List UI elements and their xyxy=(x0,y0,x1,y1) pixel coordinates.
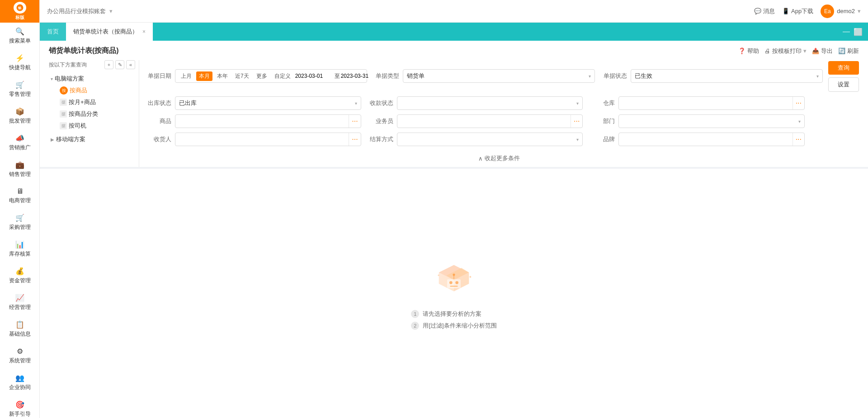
refresh-label: 刷新 xyxy=(847,47,859,55)
sidebar-item-5[interactable]: 💼销售管理 xyxy=(7,156,33,183)
filter-salesperson: 业务员 ··· xyxy=(368,114,583,128)
date-more-btn[interactable]: 更多 xyxy=(254,71,270,81)
tab-close-btn[interactable]: × xyxy=(142,28,146,35)
date-start-input[interactable] xyxy=(295,73,334,79)
tree-node-1[interactable]: 据按月+商品 xyxy=(58,96,135,108)
page-title: 销货单统计表(按商品) xyxy=(49,46,119,56)
sidebar-item-4[interactable]: 📣营销推广 xyxy=(7,129,33,156)
message-btn[interactable]: 💬 消息 xyxy=(754,7,775,15)
product-input[interactable] xyxy=(175,118,347,125)
main-area: 办公用品行业模拟账套 ▾ 💬 消息 📱 App下载 Ea demo2 ▾ 首页 … xyxy=(40,0,868,418)
doc-type-select[interactable]: 销货单 ▾ xyxy=(403,69,595,83)
product-dots-btn[interactable]: ··· xyxy=(349,115,360,128)
sidebar-icon-13: 👥 xyxy=(15,374,24,382)
date-last7-btn[interactable]: 近7天 xyxy=(232,71,252,81)
sidebar-item-12[interactable]: ⚙系统管理 xyxy=(7,342,33,369)
sidebar-item-0[interactable]: 🔍搜索菜单 xyxy=(7,23,33,49)
scheme-add-btn[interactable]: + xyxy=(104,60,113,69)
print-dropdown-icon: ▾ xyxy=(803,48,807,54)
receiver-dots-btn[interactable]: ··· xyxy=(349,133,360,146)
export-btn[interactable]: 📤 导出 xyxy=(812,47,833,55)
sidebar-item-1[interactable]: ⚡快捷导航 xyxy=(7,49,33,76)
scheme-edit-btn[interactable]: ✎ xyxy=(115,60,124,69)
receiver-input[interactable] xyxy=(175,136,347,143)
warehouse-input[interactable] xyxy=(619,100,790,107)
department-select[interactable]: ▾ xyxy=(618,114,805,128)
out-status-select[interactable]: 已出库 ▾ xyxy=(175,96,361,110)
date-last-month-btn[interactable]: 上月 xyxy=(178,71,194,81)
doc-type-value: 销货单 xyxy=(407,72,587,80)
sidebar-item-9[interactable]: 💰资金管理 xyxy=(7,262,33,289)
filter-receiver: 收货人 ··· xyxy=(146,133,361,146)
sidebar-item-11[interactable]: 📋基础信息 xyxy=(7,316,33,342)
filter-brand: 品牌 ··· xyxy=(590,133,805,146)
refresh-btn[interactable]: 🔄 刷新 xyxy=(838,47,859,55)
workspace-dropdown-icon[interactable]: ▾ xyxy=(109,8,113,14)
user-area[interactable]: Ea demo2 ▾ xyxy=(821,5,861,18)
sidebar-item-8[interactable]: 📊库存核算 xyxy=(7,236,33,262)
warehouse-dots-btn[interactable]: ··· xyxy=(793,97,804,109)
sidebar-item-6[interactable]: 🖥电商管理 xyxy=(7,183,33,209)
sidebar-label-7: 采购管理 xyxy=(9,223,31,231)
sidebar-item-10[interactable]: 📈经营管理 xyxy=(7,289,33,316)
date-end-input[interactable] xyxy=(341,73,379,79)
svg-text:✦: ✦ xyxy=(437,273,440,276)
brand-label: 品牌 xyxy=(590,135,615,143)
print-btn[interactable]: 🖨 按模板打印 ▾ xyxy=(764,47,807,55)
payment-method-select[interactable]: ▾ xyxy=(397,133,583,146)
filter-actions: ❓ 帮助 🖨 按模板打印 ▾ 📤 导出 🔄 刷新 xyxy=(738,47,859,55)
help-btn[interactable]: ❓ 帮助 xyxy=(738,47,759,55)
tree-node-0[interactable]: 按按商品 xyxy=(58,85,135,96)
doc-status-select[interactable]: 已生效 ▾ xyxy=(631,69,823,83)
date-custom-btn[interactable]: 自定义 xyxy=(272,71,293,81)
logo-icon: 畅 xyxy=(14,2,26,14)
brand-dots-btn[interactable]: ··· xyxy=(793,133,804,146)
maximize-icon[interactable]: ⬜ xyxy=(854,28,863,36)
settings-btn[interactable]: 设置 xyxy=(828,77,859,92)
query-btn[interactable]: 查询 xyxy=(828,61,859,75)
tab-home-label: 首页 xyxy=(47,28,59,36)
scheme-collapse-btn[interactable]: « xyxy=(126,60,135,69)
salesperson-dots-btn[interactable]: ··· xyxy=(571,115,582,128)
out-status-arrow: ▾ xyxy=(355,101,357,106)
sidebar-icon-12: ⚙ xyxy=(17,347,23,356)
filter-department: 部门 ▾ xyxy=(590,114,805,128)
tab-active[interactable]: 销货单统计表（按商品） × xyxy=(66,23,153,41)
app-download-btn[interactable]: 📱 App下载 xyxy=(782,7,813,15)
sidebar-item-13[interactable]: 👥企业协同 xyxy=(7,369,33,396)
collapse-bar[interactable]: ∧ 收起更多条件 xyxy=(139,151,859,167)
workspace-label: 办公用品行业模拟账套 xyxy=(47,7,106,15)
sidebar-item-7[interactable]: 🛒采购管理 xyxy=(7,209,33,236)
tree-node-icon-3: 据 xyxy=(60,122,67,129)
sidebar-item-3[interactable]: 📦批发管理 xyxy=(7,103,33,129)
tree-node-icon-1: 据 xyxy=(60,99,67,106)
top-bar: 办公用品行业模拟账套 ▾ 💬 消息 📱 App下载 Ea demo2 ▾ xyxy=(40,0,868,23)
brand-input[interactable] xyxy=(619,136,790,143)
sidebar-icon-6: 🖥 xyxy=(16,187,24,195)
tree-node-2[interactable]: 据按商品分类 xyxy=(58,108,135,120)
tree-mobile-group[interactable]: ▶ 移动端方案 xyxy=(49,133,135,145)
export-label: 导出 xyxy=(821,47,833,55)
minimize-icon[interactable]: — xyxy=(843,28,850,36)
receipt-status-select[interactable]: ▾ xyxy=(397,96,583,110)
salesperson-input[interactable] xyxy=(397,118,569,125)
date-current-month-btn[interactable]: 本月 xyxy=(196,71,212,81)
tab-bar-actions: — ⬜ xyxy=(843,28,868,36)
sidebar-item-2[interactable]: 🛒零售管理 xyxy=(7,76,33,103)
svg-rect-9 xyxy=(450,285,458,287)
filter-row-4: 收货人 ··· 结算方式 ▾ xyxy=(146,133,859,146)
sidebar-icon-1: ⚡ xyxy=(15,54,24,62)
sidebar-item-14[interactable]: 🎯新手引导 xyxy=(7,396,33,418)
receiver-input-wrap: ··· xyxy=(175,133,361,146)
tab-home[interactable]: 首页 xyxy=(40,23,66,41)
sidebar-label-9: 资金管理 xyxy=(9,277,31,285)
filter-date: 单据日期 上月 本月 本年 近7天 更多 自定义 xyxy=(146,69,367,83)
empty-tip-1: 1 请先选择要分析的方案 xyxy=(411,310,496,318)
tree-node-3[interactable]: 据按司机 xyxy=(58,120,135,132)
sidebar-label-6: 电商管理 xyxy=(9,197,31,204)
warehouse-label: 仓库 xyxy=(590,99,615,107)
filter-area: 销货单统计表(按商品) ❓ 帮助 🖨 按模板打印 ▾ 📤 导出 xyxy=(40,41,868,167)
tab-bar: 首页 销货单统计表（按商品） × — ⬜ xyxy=(40,23,868,41)
username-label: demo2 xyxy=(837,8,855,14)
date-this-year-btn[interactable]: 本年 xyxy=(214,71,231,81)
